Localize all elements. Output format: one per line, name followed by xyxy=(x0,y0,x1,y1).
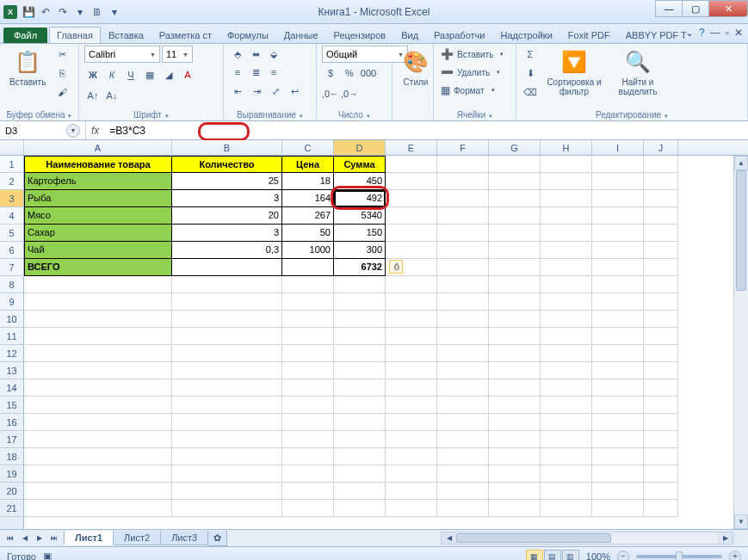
cell-F9[interactable] xyxy=(437,293,489,311)
cell-F2[interactable] xyxy=(437,173,489,190)
cell-H3[interactable] xyxy=(541,190,592,207)
row-header-5[interactable]: 5 xyxy=(0,225,23,242)
increase-decimal-icon[interactable]: ,0← xyxy=(322,85,339,102)
sheet-nav-first-icon[interactable]: ⏮ xyxy=(3,532,17,545)
cell-C19[interactable] xyxy=(282,465,334,483)
cell-B17[interactable] xyxy=(172,431,282,448)
cell-H19[interactable] xyxy=(541,465,592,483)
tab-layout[interactable]: Разметка ст xyxy=(151,27,219,43)
row-header-18[interactable]: 18 xyxy=(0,448,23,465)
cell-E5[interactable] xyxy=(386,225,437,242)
cell-J14[interactable] xyxy=(644,379,678,397)
cell-I3[interactable] xyxy=(592,190,644,207)
cell-H5[interactable] xyxy=(541,225,592,242)
cell-G15[interactable] xyxy=(489,397,541,414)
view-normal-icon[interactable]: ▦ xyxy=(526,550,543,561)
row-header-16[interactable]: 16 xyxy=(0,414,23,431)
cell-B15[interactable] xyxy=(172,397,282,414)
cell-B9[interactable] xyxy=(172,293,282,311)
fill-icon[interactable]: ⬇ xyxy=(522,65,539,82)
cell-B6[interactable]: 0,3 xyxy=(172,242,282,259)
cell-D16[interactable] xyxy=(334,414,386,431)
scroll-down-icon[interactable]: ▼ xyxy=(734,514,748,529)
cell-B11[interactable] xyxy=(172,328,282,345)
cell-B12[interactable] xyxy=(172,345,282,362)
autofill-options-icon[interactable]: ⎙ xyxy=(389,260,403,274)
cell-F3[interactable] xyxy=(437,190,489,207)
print-preview-icon[interactable]: 🗎 xyxy=(90,4,105,20)
border-button[interactable]: ▦ xyxy=(141,66,158,83)
macro-record-icon[interactable]: ▣ xyxy=(43,551,52,560)
row-header-21[interactable]: 21 xyxy=(0,500,23,517)
col-header-D[interactable]: D xyxy=(334,140,386,155)
cell-B5[interactable]: 3 xyxy=(172,225,282,242)
format-painter-icon[interactable]: 🖌 xyxy=(53,83,71,101)
hscroll-thumb[interactable] xyxy=(456,533,611,543)
cell-E11[interactable] xyxy=(386,328,437,345)
cell-E9[interactable] xyxy=(386,293,437,311)
cell-C15[interactable] xyxy=(282,397,334,414)
wb-minimize-icon[interactable]: — xyxy=(710,27,720,39)
cell-G18[interactable] xyxy=(489,448,541,465)
cell-E16[interactable] xyxy=(386,414,437,431)
cell-J6[interactable] xyxy=(644,242,678,259)
cell-A2[interactable]: Картофель xyxy=(24,173,172,190)
horizontal-scrollbar[interactable]: ◀ ▶ xyxy=(441,532,733,545)
cell-G1[interactable] xyxy=(489,156,541,173)
cell-E10[interactable] xyxy=(386,311,437,328)
cell-F10[interactable] xyxy=(437,311,489,328)
cell-H9[interactable] xyxy=(541,293,592,311)
tab-review[interactable]: Рецензиров xyxy=(326,27,394,43)
comma-icon[interactable]: 000 xyxy=(360,65,377,82)
cell-B3[interactable]: 3 xyxy=(172,190,282,207)
cell-D4[interactable]: 5340 xyxy=(334,207,386,225)
row-header-1[interactable]: 1 xyxy=(0,156,23,173)
cell-F1[interactable] xyxy=(437,156,489,173)
cell-H15[interactable] xyxy=(541,397,592,414)
cell-I19[interactable] xyxy=(592,465,644,483)
cell-I7[interactable] xyxy=(592,259,644,276)
cell-I18[interactable] xyxy=(592,448,644,465)
cell-G8[interactable] xyxy=(489,276,541,293)
cell-H7[interactable] xyxy=(541,259,592,276)
cell-D3[interactable]: 492 xyxy=(334,190,386,207)
col-header-I[interactable]: I xyxy=(592,140,644,155)
cell-C17[interactable] xyxy=(282,431,334,448)
decrease-decimal-icon[interactable]: ,0→ xyxy=(341,85,358,102)
cell-J21[interactable] xyxy=(644,500,678,517)
cell-I17[interactable] xyxy=(592,431,644,448)
cell-I5[interactable] xyxy=(592,225,644,242)
copy-icon[interactable]: ⎘ xyxy=(53,65,71,82)
cell-I2[interactable] xyxy=(592,173,644,190)
cell-J1[interactable] xyxy=(644,156,678,173)
cell-B10[interactable] xyxy=(172,311,282,328)
delete-cells-button[interactable]: ➖Удалить▾ xyxy=(439,64,505,81)
cell-D2[interactable]: 450 xyxy=(334,173,386,190)
decrease-indent-icon[interactable]: ⇤ xyxy=(229,83,246,100)
cell-E18[interactable] xyxy=(386,448,437,465)
cell-E15[interactable] xyxy=(386,397,437,414)
cell-H1[interactable] xyxy=(541,156,592,173)
cell-J8[interactable] xyxy=(644,276,678,293)
cell-D18[interactable] xyxy=(334,448,386,465)
cell-C3[interactable]: 164 xyxy=(282,190,334,207)
cell-H11[interactable] xyxy=(541,328,592,345)
cell-G16[interactable] xyxy=(489,414,541,431)
cell-F7[interactable] xyxy=(437,259,489,276)
row-header-15[interactable]: 15 xyxy=(0,397,23,414)
cell-F12[interactable] xyxy=(437,345,489,362)
redo-icon[interactable]: ↷ xyxy=(55,4,71,20)
group-cells-label[interactable]: Ячейки xyxy=(434,110,516,120)
row-header-11[interactable]: 11 xyxy=(0,328,23,345)
cell-I10[interactable] xyxy=(592,311,644,328)
cell-G6[interactable] xyxy=(489,242,541,259)
cell-C8[interactable] xyxy=(282,276,334,293)
scroll-left-icon[interactable]: ◀ xyxy=(442,532,456,544)
cell-H16[interactable] xyxy=(541,414,592,431)
cell-C13[interactable] xyxy=(282,362,334,379)
cell-H6[interactable] xyxy=(541,242,592,259)
cell-A11[interactable] xyxy=(24,328,172,345)
cell-G3[interactable] xyxy=(489,190,541,207)
cell-G20[interactable] xyxy=(489,483,541,500)
align-bottom-icon[interactable]: ⬙ xyxy=(265,46,282,63)
